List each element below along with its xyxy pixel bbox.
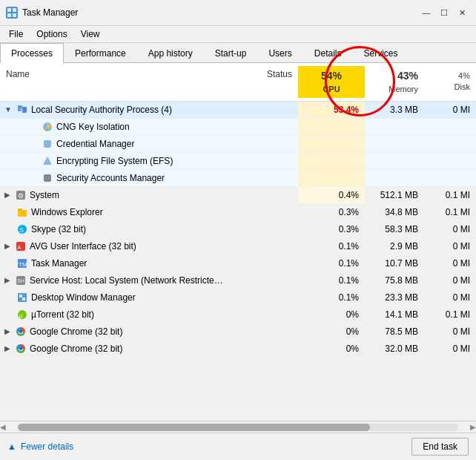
col-status[interactable]: Status <box>231 66 298 98</box>
skype-icon: S <box>16 223 28 235</box>
process-row-efs[interactable]: Encrypting File System (EFS) <box>0 153 476 170</box>
explorer-memory: 34.8 MB <box>365 204 424 220</box>
svchost-name: Service Host: Local System (Network Rest… <box>30 275 225 286</box>
taskmgr-name: Task Manager <box>31 258 87 269</box>
svg-rect-11 <box>44 174 51 182</box>
svg-text:S: S <box>20 108 23 112</box>
svg-marker-10 <box>43 157 52 165</box>
h-scroll-thumb[interactable] <box>18 424 370 431</box>
svg-text:S: S <box>19 226 24 234</box>
chrome2-disk: 0 MI <box>424 341 476 357</box>
cng-name: CNG Key Isolation <box>56 122 130 132</box>
status-bar: ▲ Fewer details End task <box>0 433 476 460</box>
svg-rect-3 <box>13 13 16 17</box>
menu-view[interactable]: View <box>75 27 106 41</box>
h-scroll-track[interactable] <box>18 424 458 431</box>
fewer-details-arrow: ▲ <box>7 441 16 452</box>
process-row-taskmgr[interactable]: TM Task Manager 0.1% 10.7 MB 0 MI <box>0 255 476 272</box>
process-row-skype[interactable]: S Skype (32 bit) 0.3% 58.3 MB 0 MI <box>0 221 476 238</box>
window-controls: — ☐ ✕ <box>418 4 470 21</box>
expand-arrow-svchost: ▶ <box>4 276 10 284</box>
menu-file[interactable]: File <box>3 27 29 41</box>
process-row-chrome2[interactable]: ▶ Google Chrome (32 bit) 0% 32.0 MB 0 MI <box>0 341 476 358</box>
efs-name-cell: Encrypting File System (EFS) <box>0 153 231 169</box>
svg-text:🔑: 🔑 <box>45 124 52 131</box>
tab-users[interactable]: Users <box>257 43 303 63</box>
skype-disk: 0 MI <box>424 221 476 237</box>
maximize-button[interactable]: ☐ <box>436 4 452 21</box>
chrome1-memory: 78.5 MB <box>365 323 424 340</box>
tab-performance[interactable]: Performance <box>64 43 137 63</box>
process-row-explorer[interactable]: Windows Explorer 0.3% 34.8 MB 0.1 MI <box>0 204 476 221</box>
svchost-memory: 75.8 MB <box>365 272 424 289</box>
avg-name: AVG User Interface (32 bit) <box>30 241 136 252</box>
tab-startup[interactable]: Start-up <box>204 43 258 63</box>
svg-rect-2 <box>7 13 11 17</box>
skype-memory: 58.3 MB <box>365 221 424 237</box>
credmgr-name-cell: Credential Manager <box>0 136 231 152</box>
process-row-lsa[interactable]: ▼ S Local Security Authority Process (4)… <box>0 102 476 119</box>
tab-apphistory[interactable]: App history <box>137 43 204 63</box>
process-row-cng[interactable]: 🔑 CNG Key Isolation <box>0 119 476 136</box>
svchost-icon: SH <box>15 275 27 286</box>
close-button[interactable]: ✕ <box>454 4 470 21</box>
main-content: Name Status 54% CPU 43% Memory 4% Disk ▼ <box>0 63 476 433</box>
svg-text:μ: μ <box>19 312 23 319</box>
process-row-svchost[interactable]: ▶ SH Service Host: Local System (Network… <box>0 272 476 289</box>
dwm-name: Desktop Window Manager <box>31 292 136 303</box>
sam-name-cell: Security Accounts Manager <box>0 170 231 186</box>
fewer-details-button[interactable]: ▲ Fewer details <box>7 441 73 452</box>
mem-percent-label: 43% <box>397 69 418 84</box>
skype-cpu: 0.3% <box>298 221 365 237</box>
expand-arrow-chrome1: ▶ <box>4 327 10 335</box>
expand-arrow-chrome2: ▶ <box>4 344 10 352</box>
system-name: System <box>30 190 59 200</box>
avg-memory: 2.9 MB <box>365 238 424 254</box>
explorer-name: Windows Explorer <box>31 207 103 217</box>
svg-text:⚙: ⚙ <box>18 192 24 200</box>
lsa-disk: 0 MI <box>424 102 476 118</box>
col-disk[interactable]: 4% Disk <box>424 66 476 98</box>
tab-processes[interactable]: Processes <box>0 43 64 63</box>
dwm-disk: 0 MI <box>424 289 476 306</box>
process-list: ▼ S Local Security Authority Process (4)… <box>0 102 476 421</box>
column-headers: Name Status 54% CPU 43% Memory 4% Disk <box>0 63 476 102</box>
process-row-avg[interactable]: ▶ A AVG User Interface (32 bit) 0.1% 2.9… <box>0 238 476 255</box>
process-row-credmgr[interactable]: Credential Manager <box>0 136 476 153</box>
process-row-dwm[interactable]: Desktop Window Manager 0.1% 23.3 MB 0 MI <box>0 289 476 306</box>
cng-name-cell: 🔑 CNG Key Isolation <box>0 119 231 135</box>
app-icon <box>6 7 18 19</box>
task-manager-window: Task Manager — ☐ ✕ File Options View Pro… <box>0 0 476 460</box>
tab-details[interactable]: Details <box>303 43 353 63</box>
explorer-disk: 0.1 MI <box>424 204 476 220</box>
end-task-button[interactable]: End task <box>411 438 469 456</box>
disk-percent-label: 4% <box>458 70 470 82</box>
horizontal-scrollbar[interactable]: ◀ ▶ <box>0 421 476 433</box>
process-row-chrome1[interactable]: ▶ Google Chrome (32 bit) 0% 78.5 MB 0 MI <box>0 323 476 341</box>
lsa-cpu: 53.4% <box>298 102 365 118</box>
system-memory: 512.1 MB <box>365 187 424 203</box>
lsa-memory: 3.3 MB <box>365 102 424 118</box>
taskmgr-cpu: 0.1% <box>298 255 365 272</box>
expand-arrow-system: ▶ <box>4 191 10 199</box>
process-row-system[interactable]: ▶ ⚙ System 0.4% 512.1 MB 0.1 MI <box>0 187 476 204</box>
system-disk: 0.1 MI <box>424 187 476 203</box>
process-row-utorrent[interactable]: μ µTorrent (32 bit) 0% 14.1 MB 0.1 MI <box>0 306 476 323</box>
svchost-cpu: 0.1% <box>298 272 365 289</box>
minimize-button[interactable]: — <box>418 4 434 21</box>
cng-icon: 🔑 <box>42 121 53 133</box>
lsa-name-cell: ▼ S Local Security Authority Process (4) <box>0 102 231 118</box>
skype-name: Skype (32 bit) <box>31 224 86 234</box>
chrome1-icon <box>15 326 27 338</box>
chrome2-icon <box>15 343 27 355</box>
process-row-sam[interactable]: Security Accounts Manager <box>0 170 476 187</box>
col-memory[interactable]: 43% Memory <box>365 66 424 98</box>
svg-rect-0 <box>7 8 11 12</box>
col-cpu[interactable]: 54% CPU <box>298 66 365 98</box>
utorrent-name: µTorrent (32 bit) <box>31 309 94 320</box>
menu-options[interactable]: Options <box>30 27 73 41</box>
tab-services[interactable]: Services <box>352 43 409 63</box>
dwm-cpu: 0.1% <box>298 289 365 306</box>
col-name[interactable]: Name <box>0 66 231 98</box>
title-bar: Task Manager — ☐ ✕ <box>0 0 476 26</box>
